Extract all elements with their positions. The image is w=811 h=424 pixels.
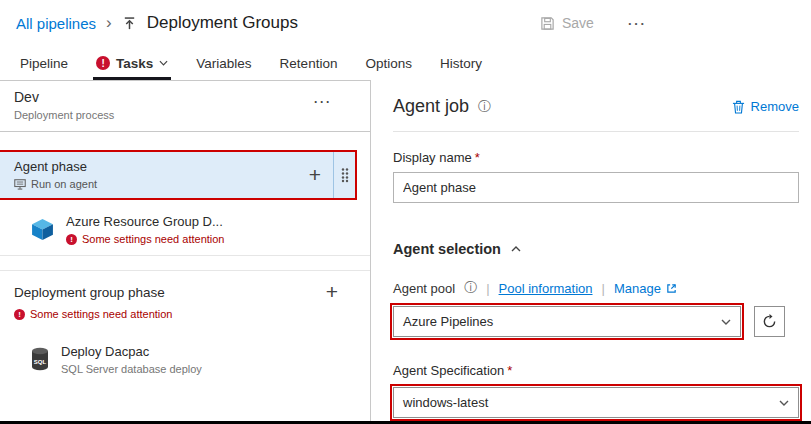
add-task-button[interactable]: + bbox=[297, 152, 333, 198]
save-label: Save bbox=[562, 15, 594, 31]
tab-pipeline[interactable]: Pipeline bbox=[6, 46, 82, 80]
warning-icon: ! bbox=[66, 234, 77, 245]
stage-dev-text: Dev Deployment process bbox=[14, 89, 114, 121]
tasks-error-icon: ! bbox=[96, 56, 110, 70]
required-mark: * bbox=[475, 150, 480, 165]
tab-variables[interactable]: Variables bbox=[182, 46, 265, 80]
agent-job-details-panel: Agent job ⓘ Remove bbox=[371, 80, 811, 421]
agent-specification-label: Agent Specification* bbox=[393, 363, 799, 378]
remove-button[interactable]: Remove bbox=[732, 99, 799, 114]
task-azure-resource-group[interactable]: Azure Resource Group D... ! Some setting… bbox=[0, 204, 370, 256]
agent-pool-label: Agent pool bbox=[393, 281, 455, 296]
azure-cube-icon bbox=[30, 217, 55, 242]
separator: | bbox=[486, 281, 489, 296]
agent-pool-row: Agent pool ⓘ | Pool information | Manage bbox=[393, 279, 799, 297]
task-text: Azure Resource Group D... ! Some setting… bbox=[66, 214, 224, 245]
agent-icon bbox=[14, 179, 26, 190]
svg-text:SQL: SQL bbox=[34, 359, 47, 365]
tab-retention[interactable]: Retention bbox=[266, 46, 352, 80]
task-deploy-dacpac[interactable]: SQL Deploy Dacpac SQL Server database de… bbox=[0, 333, 370, 385]
agent-pool-value: Azure Pipelines bbox=[403, 314, 493, 329]
agent-pool-dropdown[interactable]: Azure Pipelines bbox=[393, 306, 741, 337]
agent-phase-title: Agent phase bbox=[14, 159, 285, 174]
required-mark: * bbox=[507, 363, 512, 378]
save-button[interactable]: Save bbox=[540, 15, 594, 31]
task-title: Azure Resource Group D... bbox=[66, 214, 224, 229]
info-icon[interactable]: ⓘ bbox=[464, 279, 477, 297]
stage-subtitle: Deployment process bbox=[14, 109, 114, 121]
tab-history[interactable]: History bbox=[426, 46, 496, 80]
tab-label: Tasks bbox=[116, 56, 153, 71]
breadcrumb-all-pipelines[interactable]: All pipelines bbox=[16, 15, 96, 32]
deployment-group-phase-title: Deployment group phase bbox=[14, 285, 165, 300]
save-icon bbox=[540, 16, 555, 31]
external-link-icon bbox=[666, 283, 677, 294]
tab-label: Variables bbox=[196, 56, 251, 71]
tab-label: Pipeline bbox=[20, 56, 68, 71]
pipeline-tasks-panel: Dev Deployment process ··· Agent phase bbox=[0, 80, 371, 421]
content: Dev Deployment process ··· Agent phase bbox=[0, 80, 811, 421]
tab-tasks[interactable]: ! Tasks bbox=[82, 46, 182, 80]
tab-label: History bbox=[440, 56, 482, 71]
agent-selection-title: Agent selection bbox=[393, 241, 501, 257]
chevron-up-icon bbox=[511, 246, 521, 252]
phase-warning-text: Some settings need attention bbox=[30, 308, 172, 320]
agent-phase-text: Agent phase Run on agent bbox=[0, 152, 297, 198]
agent-specification-value: windows-latest bbox=[403, 395, 488, 410]
display-name-input[interactable] bbox=[393, 172, 799, 203]
deployment-group-phase-item[interactable]: Deployment group phase + ! Some settings… bbox=[0, 270, 370, 331]
display-name-label: Display name* bbox=[393, 150, 799, 165]
agent-phase-subtitle: Run on agent bbox=[31, 178, 97, 190]
separator: | bbox=[602, 281, 605, 296]
info-icon[interactable]: ⓘ bbox=[478, 98, 491, 116]
drag-dots-icon bbox=[340, 167, 350, 183]
manage-link[interactable]: Manage bbox=[614, 281, 661, 296]
stage-more-button[interactable]: ··· bbox=[314, 89, 354, 109]
header-actions: Save ··· bbox=[540, 0, 647, 46]
sql-database-icon: SQL bbox=[30, 347, 50, 371]
chevron-down-icon bbox=[721, 319, 731, 325]
add-task-button[interactable]: + bbox=[326, 280, 338, 304]
chevron-down-icon bbox=[779, 400, 789, 406]
trash-icon bbox=[732, 100, 745, 114]
page-title: Deployment Groups bbox=[147, 13, 298, 33]
tab-options[interactable]: Options bbox=[351, 46, 426, 80]
stage-title: Dev bbox=[14, 89, 114, 105]
tab-bar: Pipeline ! Tasks Variables Retention Opt… bbox=[0, 46, 811, 80]
agent-pool-control-row: Azure Pipelines bbox=[393, 306, 799, 337]
pool-information-link[interactable]: Pool information bbox=[499, 281, 593, 296]
task-text: Deploy Dacpac SQL Server database deploy bbox=[61, 344, 202, 375]
tab-label: Retention bbox=[280, 56, 338, 71]
breadcrumb: All pipelines › Deployment Groups bbox=[16, 13, 298, 33]
task-warning-text: Some settings need attention bbox=[82, 233, 224, 245]
agent-phase-item[interactable]: Agent phase Run on agent bbox=[0, 152, 355, 198]
task-title: Deploy Dacpac bbox=[61, 344, 202, 359]
remove-label: Remove bbox=[751, 99, 799, 114]
app-window: All pipelines › Deployment Groups bbox=[0, 0, 811, 424]
stage-dev-item[interactable]: Dev Deployment process ··· bbox=[0, 81, 370, 132]
refresh-icon bbox=[762, 314, 777, 329]
drag-handle[interactable] bbox=[333, 152, 355, 198]
detail-header: Agent job ⓘ Remove bbox=[393, 96, 799, 132]
warning-icon: ! bbox=[14, 309, 25, 320]
breadcrumb-chevron-icon: › bbox=[106, 14, 112, 33]
more-options-button[interactable]: ··· bbox=[628, 16, 647, 31]
refresh-button[interactable] bbox=[754, 306, 785, 337]
chevron-down-icon bbox=[159, 60, 168, 66]
tab-label: Options bbox=[365, 56, 412, 71]
agent-selection-section-header[interactable]: Agent selection bbox=[393, 241, 799, 257]
top-header: All pipelines › Deployment Groups bbox=[0, 0, 811, 46]
detail-title: Agent job bbox=[393, 96, 469, 117]
agent-specification-dropdown[interactable]: windows-latest bbox=[393, 387, 799, 418]
release-pipeline-icon bbox=[122, 16, 137, 31]
task-subtitle: SQL Server database deploy bbox=[61, 363, 202, 375]
